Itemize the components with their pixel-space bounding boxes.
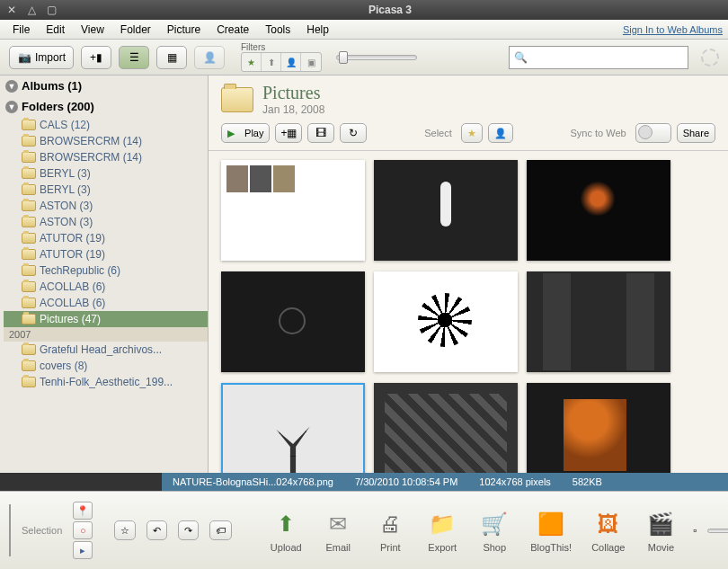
blogthis-button[interactable]: 🟧BlogThis!	[530, 508, 572, 553]
folder-label: ATUTOR (19)	[40, 248, 105, 261]
menu-create[interactable]: Create	[209, 22, 256, 38]
circle-icon: ○	[80, 525, 86, 536]
folder-item[interactable]: BROWSERCRM (14)	[4, 149, 208, 165]
folder-item[interactable]: TechRepublic (6)	[4, 262, 208, 279]
clear-button[interactable]: ○	[73, 521, 93, 539]
thumbnail[interactable]	[527, 383, 670, 473]
collapse-arrow-icon[interactable]: ▼	[5, 80, 18, 93]
import-button[interactable]: 📷 Import	[9, 46, 74, 69]
people-button[interactable]: 👤	[194, 46, 225, 69]
folder-label: CALS (12)	[40, 119, 90, 131]
filter-slider-thumb[interactable]	[339, 51, 348, 64]
folder-item[interactable]: Grateful Head_archivos...	[4, 342, 208, 358]
upload-button[interactable]: ⬆Upload	[270, 508, 302, 553]
list-view-button[interactable]: ☰	[119, 46, 149, 69]
folder-item[interactable]: CALS (12)	[4, 117, 208, 133]
folder-icon	[22, 120, 36, 130]
new-album-button[interactable]: +▦	[275, 123, 302, 143]
folders-header[interactable]: ▼ Folders (200)	[0, 96, 208, 117]
folder-icon	[22, 360, 36, 371]
slideshow-button[interactable]: 🎞	[307, 123, 334, 143]
thumbnail[interactable]	[527, 160, 670, 261]
rotate-ccw-button[interactable]: ↶	[146, 520, 167, 540]
folder-label: ATUTOR (19)	[40, 232, 105, 244]
select-people-button[interactable]: 👤	[488, 123, 513, 143]
print-button[interactable]: 🖨Print	[374, 508, 406, 553]
filter-upload-icon[interactable]: ⬆	[262, 53, 281, 71]
thumbnail[interactable]	[221, 160, 365, 261]
folder-item[interactable]: covers (8)	[4, 358, 208, 374]
folder-item[interactable]: ACOLLAB (6)	[4, 279, 208, 295]
play-icon: ▶	[227, 128, 235, 139]
collage-button[interactable]: 🖼Collage	[591, 508, 625, 553]
menu-tools[interactable]: Tools	[258, 22, 297, 38]
select-star-button[interactable]: ★	[461, 123, 483, 143]
filter-slider[interactable]	[336, 55, 417, 60]
folder-icon	[22, 168, 36, 179]
action-label: Shop	[483, 542, 506, 553]
export-button[interactable]: 📁Export	[426, 508, 458, 553]
sign-in-link[interactable]: Sign In to Web Albums	[623, 24, 723, 35]
albums-header[interactable]: ▼ Albums (1)	[0, 76, 208, 96]
collapse-arrow-icon[interactable]: ▼	[5, 101, 18, 113]
play-label: Play	[244, 128, 263, 138]
add-to-button[interactable]: ▸	[73, 541, 93, 559]
film-icon: 🎞	[314, 126, 328, 140]
add-folder-button[interactable]: +▮	[81, 46, 111, 69]
play-button[interactable]: ▶ Play	[221, 123, 270, 143]
folder-item[interactable]: ATUTOR (19)	[4, 246, 208, 262]
rotate-cw-button[interactable]: ↷	[178, 520, 199, 540]
filter-star-icon[interactable]: ★	[242, 53, 262, 71]
action-label: Upload	[271, 542, 302, 553]
geotag-button[interactable]: ↻	[340, 123, 367, 143]
email-button[interactable]: ✉Email	[322, 508, 354, 553]
folder-item[interactable]: ACOLLAB (6)	[4, 295, 208, 311]
selection-preview[interactable]	[9, 504, 11, 556]
window-close-icon[interactable]: ✕	[5, 4, 18, 16]
tag-button[interactable]: 🏷	[209, 520, 232, 540]
search-input[interactable]	[528, 51, 684, 64]
thumbnail[interactable]	[527, 271, 670, 372]
folder-item[interactable]: BERYL (3)	[4, 182, 208, 198]
menu-help[interactable]: Help	[299, 22, 336, 38]
folder-item[interactable]: ASTON (3)	[4, 214, 208, 230]
menu-folder[interactable]: Folder	[113, 22, 158, 38]
menu-file[interactable]: File	[5, 22, 37, 38]
movie-icon: 🎬	[644, 508, 677, 540]
thumbnail[interactable]	[374, 383, 518, 473]
folder-item[interactable]: BERYL (3)	[4, 165, 208, 182]
search-box[interactable]: 🔍	[509, 46, 688, 69]
window-minimize-icon[interactable]: △	[25, 4, 38, 16]
filter-face-icon[interactable]: 👤	[281, 53, 301, 71]
rotate-left-icon: ↶	[153, 525, 161, 537]
folder-item[interactable]: Pictures (47)	[4, 311, 208, 327]
share-button[interactable]: Share	[677, 123, 715, 143]
folder-label: BROWSERCRM (14)	[40, 135, 142, 147]
thumbnail[interactable]	[221, 271, 365, 372]
menu-picture[interactable]: Picture	[160, 22, 208, 38]
thumb-view-button[interactable]: ▦	[156, 46, 187, 69]
star-button[interactable]: ☆	[114, 520, 136, 540]
shop-button[interactable]: 🛒Shop	[478, 508, 510, 553]
sync-toggle[interactable]	[635, 123, 671, 143]
import-label: Import	[35, 51, 66, 64]
folder-item[interactable]: ATUTOR (19)	[4, 230, 208, 246]
folder-item[interactable]: Tenhi-Folk_Aesthetic_199...	[4, 374, 208, 390]
folder-item[interactable]: BROWSERCRM (14)	[4, 133, 208, 149]
folder-icon	[22, 152, 36, 163]
grid-icon: ▦	[164, 50, 179, 65]
thumbnail[interactable]	[374, 160, 518, 261]
hold-button[interactable]: 📍	[73, 502, 93, 520]
thumbnail-selected[interactable]	[221, 383, 365, 473]
window-maximize-icon[interactable]: ▢	[45, 4, 58, 16]
shop-icon: 🛒	[478, 508, 510, 540]
menu-edit[interactable]: Edit	[39, 22, 72, 38]
folder-item[interactable]: ASTON (3)	[4, 198, 208, 214]
movie-button[interactable]: 🎬Movie	[644, 508, 677, 553]
zoom-slider[interactable]	[707, 529, 728, 533]
menu-view[interactable]: View	[74, 22, 111, 38]
thumbnail[interactable]	[374, 271, 518, 372]
filter-geo-icon[interactable]: ▣	[301, 53, 321, 71]
folder-label: BROWSERCRM (14)	[40, 151, 142, 164]
loading-spinner	[701, 49, 719, 67]
